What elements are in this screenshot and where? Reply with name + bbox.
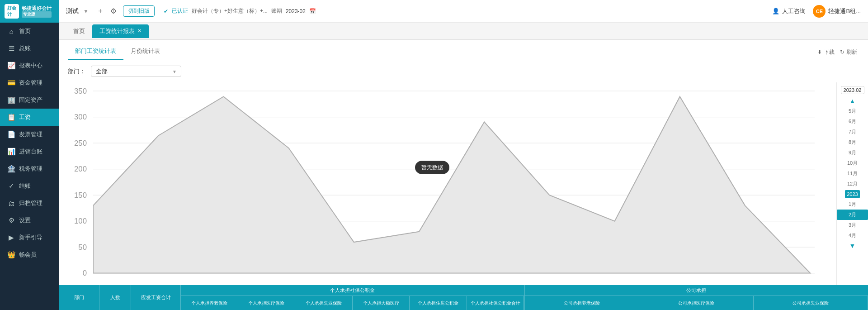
month-1[interactable]: 1月 bbox=[837, 199, 868, 210]
th-people-label: 人数 bbox=[110, 294, 120, 301]
logo-text: 畅捷通好会计 专业版 bbox=[22, 5, 52, 18]
sidebar-item-fixed-assets[interactable]: 🏢 固定资产 bbox=[0, 91, 59, 109]
topbar-add-icon[interactable]: ＋ bbox=[95, 5, 106, 18]
topbar-status: ✔ 已认证 好会计（专）+好生意（标）+... 账期 2023-02 📅 bbox=[164, 7, 316, 15]
logo-icon: 好会计 bbox=[5, 4, 19, 19]
sidebar-item-general-ledger[interactable]: ☰ 总账 bbox=[0, 40, 59, 57]
settlement-icon: ✓ bbox=[7, 182, 15, 190]
month-7[interactable]: 7月 bbox=[837, 127, 868, 137]
month-9[interactable]: 9月 bbox=[837, 148, 868, 158]
topbar-right: 👤 人工咨询 CE 轻捷通B组... bbox=[772, 5, 861, 18]
sidebar-item-tax[interactable]: 🏦 税务管理 bbox=[0, 160, 59, 177]
download-btn[interactable]: ⬇ 下载 bbox=[817, 48, 835, 56]
sidebar-item-salary[interactable]: 📋 工资 bbox=[0, 109, 59, 126]
sidebar-logo: 好会计 畅捷通好会计 专业版 bbox=[0, 0, 59, 23]
sidebar-item-archive[interactable]: 🗂 归档管理 bbox=[0, 195, 59, 212]
user-service-label: 人工咨询 bbox=[782, 7, 806, 15]
sidebar-item-member[interactable]: 👑 畅会员 bbox=[0, 246, 59, 263]
svg-text:200: 200 bbox=[74, 165, 87, 173]
switch-to-old-btn[interactable]: 切到旧版 bbox=[123, 5, 155, 17]
tab-salary-report[interactable]: 工资统计报表 ✕ bbox=[92, 24, 149, 38]
th-personal-group: 个人承担社保公积金 个人承担养老保险 个人承担医疗保险 个人承担失业保险 个人承… bbox=[181, 285, 525, 310]
svg-text:350: 350 bbox=[74, 87, 87, 95]
right-date-panel: ▲ 5月 6月 7月 8月 9月 10月 11月 12月 2023 1月 2月 … bbox=[836, 82, 868, 285]
sidebar-label-settlement: 结账 bbox=[19, 182, 31, 190]
month-11[interactable]: 11月 bbox=[837, 168, 868, 179]
th-people: 人数 bbox=[99, 285, 131, 310]
content-area: 部门工资统计表 月份统计表 ⬇ 下载 ↻ 刷新 部门： bbox=[59, 40, 868, 310]
year-2023[interactable]: 2023 bbox=[845, 190, 859, 198]
chart-svg: 350 300 250 200 150 100 50 0 bbox=[68, 82, 827, 281]
sidebar-label-tax: 税务管理 bbox=[19, 165, 42, 173]
chart-container: 350 300 250 200 150 100 50 0 bbox=[59, 82, 836, 285]
filter-dept-label: 部门： bbox=[68, 67, 85, 76]
dept-select[interactable]: 全部 销售部 财务部 人事部 技术部 bbox=[91, 66, 181, 77]
user-service[interactable]: 👤 人工咨询 bbox=[772, 7, 806, 15]
month-5[interactable]: 5月 bbox=[837, 106, 868, 116]
filter-bar: 部门： 全部 销售部 财务部 人事部 技术部 bbox=[59, 60, 868, 82]
sidebar-label-home: 首页 bbox=[19, 27, 31, 35]
sidebar-item-guide[interactable]: ▶ 新手引导 bbox=[0, 229, 59, 246]
svg-text:150: 150 bbox=[74, 191, 87, 200]
sidebar-label-ledger: 总账 bbox=[19, 44, 31, 52]
sub-tab-monthly-label: 月份统计表 bbox=[131, 48, 160, 54]
guide-icon: ▶ bbox=[7, 234, 15, 242]
th-company-medical: 公司承担医疗保险 bbox=[639, 296, 754, 310]
home-icon: ⌂ bbox=[7, 28, 15, 35]
member-icon: 👑 bbox=[7, 251, 15, 259]
month-10[interactable]: 10月 bbox=[837, 158, 868, 168]
tab-close-icon[interactable]: ✕ bbox=[137, 28, 142, 34]
th-personal-pension: 个人承担养老保险 bbox=[181, 296, 238, 310]
month-8[interactable]: 8月 bbox=[837, 137, 868, 148]
tab-home[interactable]: 首页 bbox=[66, 24, 92, 38]
refresh-icon: ↻ bbox=[840, 49, 844, 55]
user-avatar-area[interactable]: CE 轻捷通B组... bbox=[813, 5, 861, 18]
month-6[interactable]: 6月 bbox=[837, 116, 868, 127]
fund-icon: 💳 bbox=[7, 79, 15, 87]
sidebar-label-assets: 固定资产 bbox=[19, 96, 42, 104]
calendar-icon[interactable]: 📅 bbox=[309, 8, 316, 14]
th-payroll: 应发工资合计 bbox=[131, 285, 181, 310]
sidebar-label-archive: 归档管理 bbox=[19, 199, 42, 207]
topbar-settings-icon[interactable]: ⚙ bbox=[108, 5, 118, 17]
month-12[interactable]: 12月 bbox=[837, 179, 868, 189]
dept-select-wrapper: 全部 销售部 财务部 人事部 技术部 bbox=[91, 66, 181, 77]
th-dept-label: 部门 bbox=[74, 294, 84, 301]
sidebar-label-settings: 设置 bbox=[19, 216, 31, 224]
topbar-dropdown-arrow[interactable]: ▼ bbox=[83, 8, 89, 14]
invoice-icon: 📄 bbox=[7, 130, 15, 138]
user-name: 轻捷通B组... bbox=[828, 7, 861, 15]
sub-tabs: 部门工资统计表 月份统计表 ⬇ 下载 ↻ 刷新 bbox=[59, 40, 868, 60]
tab-salary-label: 工资统计报表 bbox=[99, 27, 135, 35]
sidebar-item-sales-ledger[interactable]: 📊 进销台账 bbox=[0, 143, 59, 160]
period-value: 2023-02 bbox=[286, 8, 306, 14]
date-up-arrow[interactable]: ▲ bbox=[848, 96, 857, 106]
sidebar-label-member: 畅会员 bbox=[19, 251, 37, 259]
month-4[interactable]: 4月 bbox=[837, 230, 868, 241]
period-label: 账期 bbox=[271, 7, 282, 15]
topbar-actions: ＋ ⚙ bbox=[95, 5, 118, 18]
report-icon: 📈 bbox=[7, 62, 15, 70]
sidebar-item-settlement[interactable]: ✓ 结账 bbox=[0, 177, 59, 195]
sub-tab-monthly[interactable]: 月份统计表 bbox=[123, 44, 167, 60]
sidebar-item-report-center[interactable]: 📈 报表中心 bbox=[0, 57, 59, 74]
sidebar-item-home[interactable]: ⌂ 首页 bbox=[0, 23, 59, 40]
logo-badge: 专业版 bbox=[22, 11, 52, 18]
date-input[interactable] bbox=[841, 86, 864, 94]
user-avatar: CE bbox=[813, 5, 826, 18]
month-2[interactable]: 2月 bbox=[837, 210, 868, 220]
refresh-btn[interactable]: ↻ 刷新 bbox=[840, 48, 857, 56]
sub-tab-dept-salary[interactable]: 部门工资统计表 bbox=[68, 44, 123, 60]
status-certified: 已认证 bbox=[172, 7, 188, 15]
archive-icon: 🗂 bbox=[7, 200, 15, 207]
sidebar-item-invoice[interactable]: 📄 发票管理 bbox=[0, 126, 59, 143]
sidebar-item-fund-management[interactable]: 💳 资金管理 bbox=[0, 74, 59, 91]
month-3[interactable]: 3月 bbox=[837, 220, 868, 230]
sidebar-item-settings[interactable]: ⚙ 设置 bbox=[0, 212, 59, 229]
tabs-bar: 首页 工资统计报表 ✕ bbox=[59, 23, 868, 40]
date-down-arrow[interactable]: ▼ bbox=[848, 241, 857, 251]
ledger-icon: ☰ bbox=[7, 44, 15, 52]
sub-tab-dept-label: 部门工资统计表 bbox=[75, 48, 116, 54]
sidebar-label-guide: 新手引导 bbox=[19, 234, 42, 242]
service-icon: 👤 bbox=[772, 8, 779, 14]
